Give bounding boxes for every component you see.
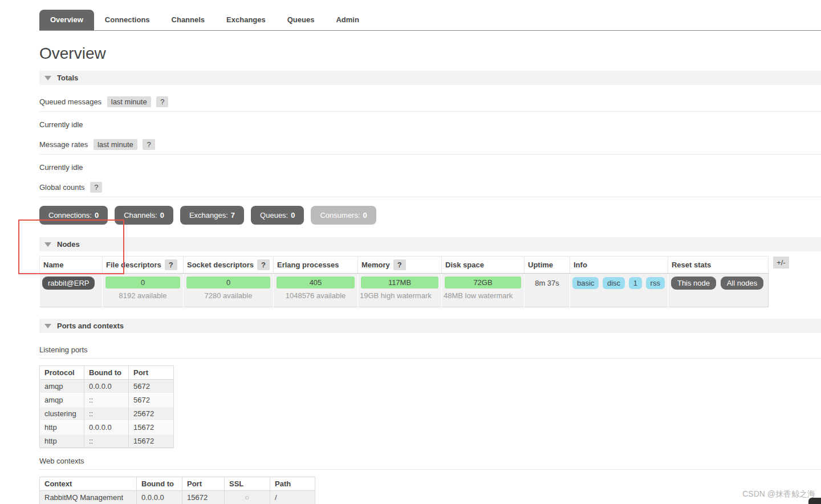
file-descriptors-help-button[interactable]: ?: [165, 259, 177, 270]
column-toggle-button[interactable]: +/-: [773, 257, 789, 269]
table-row: RabbitMQ Management 0.0.0.0 15672 ○ /: [40, 491, 315, 504]
memory-help-button[interactable]: ?: [393, 259, 406, 270]
col-bound-to: Bound to: [137, 477, 182, 491]
web-contexts-heading: Web contexts: [39, 457, 821, 470]
reset-all-nodes-button[interactable]: All nodes: [721, 277, 763, 290]
nodes-col-memory: Memory?: [358, 257, 442, 274]
consumers-count-label: Consumers:: [320, 211, 360, 220]
bound-to-cell: 0.0.0.0: [137, 491, 182, 504]
bound-to-cell: 0.0.0.0: [84, 380, 129, 393]
info-badge-basic: basic: [572, 277, 599, 289]
global-counts-heading: Global counts ?: [39, 182, 821, 197]
col-bound-to: Bound to: [84, 366, 129, 380]
node-memory-cell: 117MB 19GB high watermark: [358, 274, 442, 307]
queues-count-button[interactable]: Queues:0: [251, 206, 304, 225]
connections-count-label: Connections:: [48, 211, 92, 220]
table-row: http 0.0.0.0 15672: [40, 421, 174, 434]
queued-idle-status: Currently idle: [39, 120, 821, 129]
context-cell: RabbitMQ Management: [40, 491, 137, 504]
erlang-processes-available: 1048576 available: [274, 291, 357, 300]
queues-count-label: Queues:: [260, 211, 288, 220]
disk-used-bar: 72GB: [445, 277, 521, 288]
info-badge-rss: rss: [646, 277, 665, 289]
section-nodes[interactable]: Nodes: [39, 237, 821, 251]
tab-admin[interactable]: Admin: [325, 10, 369, 30]
queued-help-button[interactable]: ?: [156, 96, 168, 107]
port-cell: 5672: [129, 380, 174, 393]
col-protocol: Protocol: [40, 366, 84, 380]
queued-rate-range-button[interactable]: last minute: [107, 96, 151, 107]
protocol-cell: clustering: [40, 407, 84, 421]
global-count-buttons: Connections:0 Channels:0 Exchanges:7 Que…: [39, 206, 821, 225]
global-counts-label: Global counts: [39, 183, 85, 192]
reset-this-node-button[interactable]: This node: [671, 277, 716, 290]
protocol-cell: amqp: [40, 393, 84, 407]
section-ports-and-contexts[interactable]: Ports and contexts: [39, 319, 821, 333]
web-contexts-header-row: Context Bound to Port SSL Path: [40, 477, 315, 491]
global-counts-help-button[interactable]: ?: [90, 182, 102, 193]
tab-exchanges[interactable]: Exchanges: [216, 10, 277, 30]
rates-rate-range-button[interactable]: last minute: [94, 139, 137, 150]
tab-channels[interactable]: Channels: [161, 10, 216, 30]
col-port: Port: [129, 366, 174, 380]
node-uptime-value: 8m 37s: [525, 279, 570, 287]
socket-descriptors-label: Socket descriptors: [187, 261, 254, 269]
tab-connections[interactable]: Connections: [94, 10, 161, 30]
port-cell: 15672: [129, 421, 174, 434]
exchanges-count-button[interactable]: Exchanges:7: [180, 206, 244, 225]
protocol-cell: http: [40, 434, 84, 448]
path-cell: /: [270, 491, 315, 504]
message-rates-label: Message rates: [39, 140, 88, 149]
nodes-table-wrap: Name File descriptors? Socket descriptor…: [39, 256, 821, 307]
rabbitmq-overview-page: Overview Connections Channels Exchanges …: [0, 0, 821, 504]
table-row: amqp :: 5672: [40, 393, 174, 407]
listening-ports-header-row: Protocol Bound to Port: [40, 366, 174, 380]
queued-messages-label: Queued messages: [39, 97, 101, 106]
socket-descriptors-help-button[interactable]: ?: [257, 259, 270, 270]
disk-watermark-note: 48MB low watermark: [442, 291, 524, 300]
section-totals-title: Totals: [57, 74, 78, 82]
node-row: rabbit@ERP 0 8192 available 0 7280 avail…: [40, 274, 769, 307]
tab-overview[interactable]: Overview: [39, 10, 94, 30]
ssl-status-icon: ○: [225, 491, 270, 504]
port-cell: 15672: [129, 434, 174, 448]
nodes-col-uptime: Uptime: [525, 257, 570, 274]
rates-help-button[interactable]: ?: [143, 139, 155, 150]
memory-watermark-note: 19GB high watermark: [358, 291, 441, 300]
consumers-count-button[interactable]: Consumers:0: [311, 206, 376, 225]
memory-used-bar: 117MB: [361, 277, 438, 288]
file-descriptors-available: 8192 available: [103, 291, 183, 300]
info-badge-1: 1: [629, 277, 642, 289]
port-cell: 15672: [182, 491, 225, 504]
nodes-col-socket-descriptors: Socket descriptors?: [184, 257, 274, 274]
exchanges-count-value: 7: [231, 211, 235, 220]
bound-to-cell: ::: [84, 407, 129, 421]
bound-to-cell: ::: [84, 393, 129, 407]
node-name-cell: rabbit@ERP: [40, 274, 103, 307]
info-badge-disc: disc: [603, 277, 625, 289]
exchanges-count-label: Exchanges:: [189, 211, 228, 220]
nodes-header-row: Name File descriptors? Socket descriptor…: [40, 257, 769, 274]
channels-count-label: Channels:: [124, 211, 157, 220]
main-tabbar: Overview Connections Channels Exchanges …: [39, 10, 821, 31]
protocol-cell: amqp: [40, 380, 84, 393]
port-cell: 5672: [129, 393, 174, 407]
channels-count-button[interactable]: Channels:0: [115, 206, 173, 225]
channels-count-value: 0: [160, 211, 164, 220]
col-port: Port: [182, 477, 225, 491]
bound-to-cell: 0.0.0.0: [84, 421, 129, 434]
queued-messages-heading: Queued messages last minute ?: [39, 96, 821, 112]
node-disk-space-cell: 72GB 48MB low watermark: [442, 274, 525, 307]
node-erlang-processes-cell: 405 1048576 available: [274, 274, 358, 307]
connections-count-button[interactable]: Connections:0: [39, 206, 108, 225]
nodes-col-info: Info: [570, 257, 668, 274]
file-descriptors-used-bar: 0: [105, 277, 180, 288]
web-contexts-table: Context Bound to Port SSL Path RabbitMQ …: [39, 477, 315, 504]
section-ports-title: Ports and contexts: [57, 322, 124, 330]
node-name-link[interactable]: rabbit@ERP: [42, 277, 95, 290]
section-totals[interactable]: Totals: [39, 71, 821, 85]
node-uptime-cell: 8m 37s: [525, 274, 570, 307]
bound-to-cell: ::: [84, 434, 129, 448]
tab-queues[interactable]: Queues: [277, 10, 326, 30]
node-info-cell: basic disc 1 rss: [570, 274, 668, 307]
